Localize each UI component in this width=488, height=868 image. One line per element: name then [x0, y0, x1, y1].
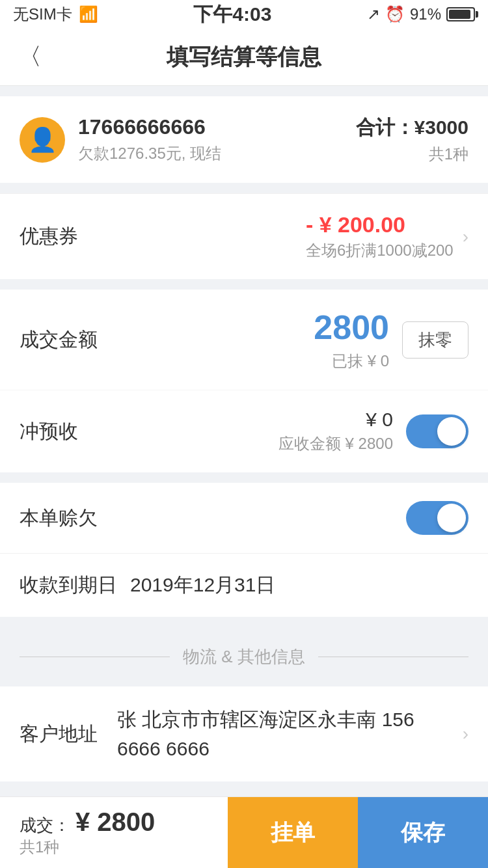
- debt-toggle[interactable]: [406, 501, 468, 535]
- precollect-toggle-knob: [437, 417, 466, 446]
- avatar-icon: 👤: [28, 126, 57, 154]
- amount-label: 成交金额: [20, 327, 98, 353]
- debt-toggle-knob: [437, 504, 466, 532]
- coupon-chevron-icon: ›: [463, 226, 468, 247]
- page-title: 填写结算等信息: [167, 42, 321, 72]
- bottom-deal-label: 成交：: [20, 814, 70, 837]
- duedate-row: 收款到期日 2019年12月31日: [0, 553, 488, 617]
- duedate-value: 2019年12月31日: [130, 572, 275, 599]
- section-divider-1: [0, 279, 488, 290]
- coupon-row[interactable]: 优惠券 - ¥ 200.00 全场6折满1000减200 ›: [0, 193, 488, 279]
- precollect-label: 冲预收: [20, 418, 78, 445]
- battery-label: 91%: [410, 5, 441, 23]
- amount-sub: 已抹 ¥ 0: [314, 351, 389, 372]
- avatar: 👤: [20, 117, 65, 163]
- precollect-toggle[interactable]: [406, 414, 468, 448]
- alarm-icon: ⏰: [385, 5, 405, 23]
- address-row[interactable]: 客户地址 张 北京市市辖区海淀区永丰南 156 6666 6666 ›: [0, 686, 488, 781]
- user-info: 17666666666 欠款1276.35元, 现结: [78, 115, 221, 164]
- coupon-label: 优惠券: [20, 223, 78, 250]
- divider-line-right: [318, 657, 468, 657]
- logistics-divider: 物流 & 其他信息: [0, 627, 488, 686]
- page-content: 👤 17666666666 欠款1276.35元, 现结 合计：¥3000 共1…: [0, 96, 488, 868]
- hang-button[interactable]: 挂单: [228, 797, 358, 868]
- status-right: ↗ ⏰ 91%: [367, 5, 475, 23]
- divider-line-left: [20, 657, 170, 657]
- user-phone: 17666666666: [78, 115, 221, 139]
- coupon-info: - ¥ 200.00 全场6折满1000减200: [306, 212, 454, 261]
- wifi-icon: 📶: [79, 5, 98, 23]
- total-value: 合计：¥3000: [356, 115, 468, 141]
- duedate-label: 收款到期日: [20, 572, 117, 599]
- round-button[interactable]: 抹零: [402, 321, 468, 359]
- carrier-label: 无SIM卡: [13, 4, 72, 25]
- logistics-label: 物流 & 其他信息: [183, 645, 305, 668]
- amount-value-block: 2800 已抹 ¥ 0: [314, 308, 389, 372]
- nav-bar: 〈 填写结算等信息: [0, 29, 488, 86]
- coupon-discount: - ¥ 200.00: [306, 212, 454, 237]
- save-button[interactable]: 保存: [358, 797, 488, 868]
- user-row: 👤 17666666666 欠款1276.35元, 现结 合计：¥3000 共1…: [20, 115, 468, 165]
- precollect-right: ¥ 0 应收金额 ¥ 2800: [278, 409, 468, 454]
- status-time: 下午4:03: [193, 1, 271, 28]
- battery-fill: [449, 10, 470, 19]
- user-info-card: 👤 17666666666 欠款1276.35元, 现结 合计：¥3000 共1…: [0, 96, 488, 183]
- status-bar: 无SIM卡 📶 下午4:03 ↗ ⏰ 91%: [0, 0, 488, 29]
- amount-row: 成交金额 2800 已抹 ¥ 0 抹零: [0, 290, 488, 390]
- coupon-right: - ¥ 200.00 全场6折满1000减200 ›: [306, 212, 468, 261]
- bottom-count: 共1种: [20, 837, 208, 858]
- bottom-amount: ¥ 2800: [75, 807, 155, 837]
- debt-label: 本单赊欠: [20, 505, 98, 532]
- battery-icon: [446, 7, 475, 21]
- precollect-sub: 应收金额 ¥ 2800: [278, 433, 393, 454]
- user-subtext: 欠款1276.35元, 现结: [78, 143, 221, 164]
- user-right: 合计：¥3000 共1种: [356, 115, 468, 165]
- precollect-value-block: ¥ 0 应收金额 ¥ 2800: [278, 409, 393, 454]
- bottom-info: 成交： ¥ 2800 共1种: [0, 797, 228, 868]
- precollect-amount: ¥ 0: [278, 409, 393, 431]
- amount-right: 2800 已抹 ¥ 0 抹零: [314, 308, 468, 372]
- precollect-row: 冲预收 ¥ 0 应收金额 ¥ 2800: [0, 390, 488, 472]
- amount-value: 2800: [314, 308, 389, 347]
- address-chevron-icon: ›: [463, 724, 468, 744]
- bottom-deal-row: 成交： ¥ 2800: [20, 807, 208, 837]
- status-left: 无SIM卡 📶: [13, 4, 98, 25]
- bottom-bar: 成交： ¥ 2800 共1种 挂单 保存: [0, 796, 488, 868]
- location-icon: ↗: [367, 5, 380, 23]
- user-left: 👤 17666666666 欠款1276.35元, 现结: [20, 115, 221, 164]
- debt-row: 本单赊欠: [0, 483, 488, 553]
- address-value: 张 北京市市辖区海淀区永丰南 156 6666 6666: [117, 705, 456, 763]
- count-label: 共1种: [356, 144, 468, 165]
- coupon-desc: 全场6折满1000减200: [306, 240, 454, 261]
- back-button[interactable]: 〈: [18, 41, 42, 73]
- address-label: 客户地址: [20, 721, 98, 748]
- section-divider-3: [0, 617, 488, 627]
- section-divider-2: [0, 472, 488, 483]
